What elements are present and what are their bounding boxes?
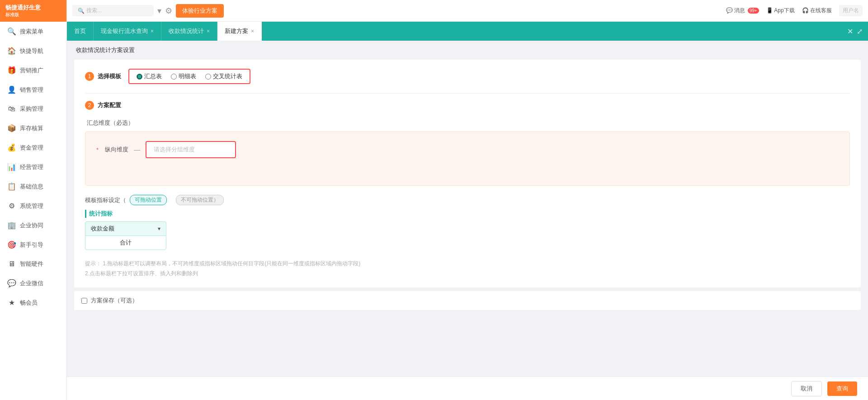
tab-close-active-icon[interactable]: × — [251, 28, 254, 34]
sidebar-item-purchase[interactable]: 🛍 采购管理 — [0, 99, 66, 118]
tips-section: 提示： 1.拖动标题栏可以调整布局，不可跨维度或指标区域拖动任何目字段(只能在同… — [85, 259, 850, 278]
sidebar-item-label: 畅会员 — [20, 299, 38, 307]
sidebar-item-label: 销售管理 — [20, 86, 43, 94]
guide-icon: 🎯 — [7, 240, 16, 249]
required-mark: * — [96, 146, 99, 153]
marketing-icon: 🎁 — [7, 66, 16, 75]
metric-header-text: 收款金额 — [91, 225, 114, 233]
sidebar-item-label: 营销推广 — [20, 66, 43, 75]
dimension-area: * 纵向维度 — 请选择分组维度 — [85, 132, 850, 186]
sidebar-item-label: 企业微信 — [20, 279, 43, 287]
wechat-icon: 💬 — [7, 279, 16, 287]
search-placeholder-text: 搜索... — [86, 7, 102, 14]
save-option-label: 方案保存（可选） — [91, 296, 138, 305]
tab-maximize-icon[interactable]: ⤢ — [857, 27, 863, 36]
notification-icon: 💬 — [726, 7, 733, 14]
header-search-box[interactable]: 🔍 搜索... — [72, 5, 154, 16]
sidebar-item-label: 搜索菜单 — [20, 28, 43, 36]
sidebar-item-label: 新手引导 — [20, 241, 43, 249]
search-icon: 🔍 — [78, 8, 85, 14]
metric-header[interactable]: 收款金额 ▾ — [85, 221, 166, 235]
brand-name: 畅捷通好生意 — [5, 4, 41, 12]
page-title: 收款情况统计方案设置 — [74, 46, 861, 54]
purchase-icon: 🛍 — [7, 105, 16, 113]
save-option-row: 方案保存（可选） — [74, 291, 861, 310]
metric-dropdown-icon[interactable]: ▾ — [158, 226, 160, 232]
radio-summary[interactable]: 汇总表 — [137, 72, 162, 80]
tab-close-icon[interactable]: × — [151, 28, 154, 34]
trial-industry-button[interactable]: 体验行业方案 — [176, 4, 224, 18]
app-download-item[interactable]: 📱 App下载 — [766, 7, 795, 14]
tab-actions: ✕ ⤢ — [842, 22, 868, 41]
sidebar-item-label: 智能硬件 — [20, 260, 43, 268]
tab-home[interactable]: 首页 — [67, 22, 94, 41]
dimension-input-box[interactable]: 请选择分组维度 — [146, 141, 236, 158]
save-option-checkbox[interactable] — [81, 298, 87, 304]
sidebar-item-quick-nav[interactable]: 🏠 快捷导航 — [0, 41, 66, 61]
metric-subrow: 合计 — [85, 235, 166, 250]
cancel-button[interactable]: 取消 — [791, 381, 822, 396]
radio-summary-input[interactable] — [137, 74, 142, 80]
member-icon: ★ — [7, 298, 16, 307]
sidebar-item-marketing[interactable]: 🎁 营销推广 — [0, 61, 66, 80]
header-dropdown-icon[interactable]: ▾ — [157, 6, 161, 16]
dimension-row: * 纵向维度 — 请选择分组维度 — [96, 141, 839, 158]
notification-badge: 99+ — [748, 8, 759, 14]
header: 🔍 搜索... ▾ ⚙ 体验行业方案 💬 消息 99+ 📱 App下载 🎧 在线… — [67, 0, 868, 22]
sidebar-item-enterprise[interactable]: 🏢 企业协同 — [0, 216, 66, 235]
dimension-section-title: 汇总维度（必选） — [85, 119, 850, 127]
finance-icon: 💰 — [7, 143, 16, 152]
radio-summary-label: 汇总表 — [144, 72, 162, 80]
sidebar-item-hardware[interactable]: 🖥 智能硬件 — [0, 254, 66, 273]
header-gear-icon[interactable]: ⚙ — [165, 6, 172, 16]
tab-close-icon[interactable]: × — [207, 28, 210, 34]
tab-close-window-icon[interactable]: ✕ — [847, 27, 853, 36]
tab-payment-stats[interactable]: 收款情况统计 × — [161, 22, 217, 41]
user-info[interactable]: 用户名 — [839, 5, 863, 16]
sidebar-item-sales[interactable]: 👤 销售管理 — [0, 80, 66, 99]
tab-label: 收款情况统计 — [169, 27, 204, 35]
radio-cross-input[interactable] — [205, 74, 211, 80]
tip-1: 提示： 1.拖动标题栏可以调整布局，不可跨维度或指标区域拖动任何目字段(只能在同… — [85, 259, 850, 269]
operations-icon: 📊 — [7, 163, 16, 171]
tab-new-plan[interactable]: 新建方案 × — [217, 22, 262, 41]
sidebar-item-label: 采购管理 — [20, 105, 43, 113]
online-service-item[interactable]: 🎧 在线客服 — [802, 7, 832, 14]
metrics-grid: 收款金额 ▾ 合计 — [85, 221, 166, 250]
tab-label: 首页 — [74, 27, 86, 35]
sidebar-item-search-menu[interactable]: 🔍 搜索菜单 — [0, 22, 66, 41]
sales-icon: 👤 — [7, 85, 16, 94]
sidebar-item-label: 企业协同 — [20, 221, 43, 230]
tab-cash-bank[interactable]: 现金银行流水查询 × — [94, 22, 161, 41]
query-button[interactable]: 查询 — [827, 381, 857, 396]
tab-label: 新建方案 — [225, 27, 248, 35]
draggable-badge: 可拖动位置 — [130, 195, 167, 205]
metrics-section: 模板指标设定（ 可拖动位置 不可拖动位置） 统计指标 收款金额 ▾ 合计 — [85, 195, 850, 250]
brand-version: 标准版 — [5, 12, 41, 18]
non-draggable-label: 不可拖动位置） — [176, 195, 224, 205]
notification-item[interactable]: 💬 消息 99+ — [726, 7, 759, 14]
radio-cross[interactable]: 交叉统计表 — [205, 72, 242, 80]
radio-detail[interactable]: 明细表 — [171, 72, 196, 80]
enterprise-icon: 🏢 — [7, 221, 16, 230]
sidebar-item-inventory[interactable]: 📦 库存核算 — [0, 118, 66, 138]
step1-label: 选择模板 — [98, 72, 121, 80]
sidebar-item-member[interactable]: ★ 畅会员 — [0, 293, 66, 312]
sidebar-item-operations[interactable]: 📊 经营管理 — [0, 157, 66, 177]
radio-detail-input[interactable] — [171, 74, 177, 80]
sidebar-item-guide[interactable]: 🎯 新手引导 — [0, 235, 66, 254]
step2-label: 方案配置 — [98, 101, 121, 109]
tab-bar: 首页 现金银行流水查询 × 收款情况统计 × 新建方案 × ✕ ⤢ — [67, 22, 868, 41]
sidebar: 畅捷通好生意 标准版 🔍 搜索菜单 🏠 快捷导航 🎁 营销推广 👤 销售管理 🛍… — [0, 0, 67, 400]
tab-label: 现金银行流水查询 — [101, 27, 148, 35]
inventory-icon: 📦 — [7, 124, 16, 132]
sidebar-item-label: 基础信息 — [20, 183, 43, 191]
main-area: 🔍 搜索... ▾ ⚙ 体验行业方案 💬 消息 99+ 📱 App下载 🎧 在线… — [67, 0, 868, 400]
sidebar-item-system[interactable]: ⚙ 系统管理 — [0, 196, 66, 216]
sidebar-item-basic-info[interactable]: 📋 基础信息 — [0, 177, 66, 196]
notification-label: 消息 — [734, 7, 745, 14]
sidebar-item-wechat[interactable]: 💬 企业微信 — [0, 273, 66, 293]
sidebar-item-finance[interactable]: 💰 资金管理 — [0, 138, 66, 157]
bottom-bar: 取消 查询 — [67, 376, 868, 400]
download-label: App下载 — [774, 7, 794, 14]
